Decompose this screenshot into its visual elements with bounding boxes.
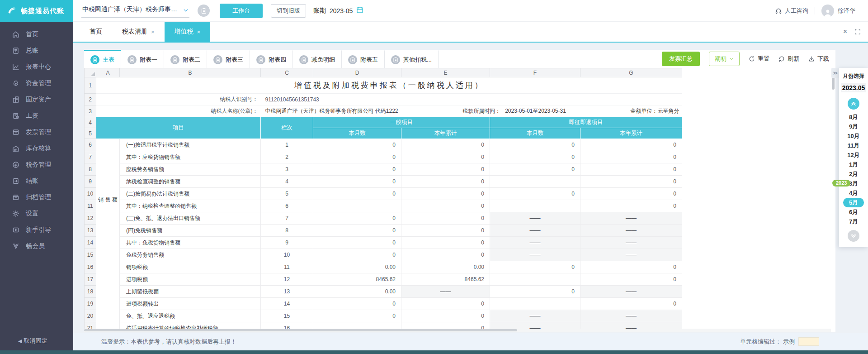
subtab-schedule-4[interactable]: 附表四	[250, 50, 293, 68]
sheet-row: 16 销项税额 11 0.00 0.00 0 0	[85, 261, 682, 273]
scroll-months-up-button[interactable]	[848, 98, 859, 110]
taxpayer-id-label: 纳税人识别号：	[120, 94, 261, 105]
sidebar-item-invoices[interactable]: 发票管理	[0, 124, 73, 140]
reset-button[interactable]: 重置	[749, 55, 769, 63]
taxpayer-id-value[interactable]: 911201045661351743	[261, 94, 682, 105]
tab-tax-register[interactable]: 税表清册 ×	[112, 22, 165, 42]
subtab-main-form[interactable]: 主表	[84, 50, 121, 68]
page-tabs: 首页 税表清册 × 增值税 × ×	[73, 22, 868, 43]
subtab-schedule-1[interactable]: 附表一	[121, 50, 164, 68]
home-icon	[12, 30, 20, 38]
sidebar-item-inventory[interactable]: 库存核算	[0, 140, 73, 157]
subtab-schedule-5[interactable]: 附表五	[342, 50, 385, 68]
company-selector[interactable]: 中税网通广泽（天津）税务师事务所有...	[81, 4, 189, 18]
edited-cell-swatch	[798, 337, 819, 346]
sidebar-item-report-center[interactable]: 报表中心	[0, 59, 73, 75]
divider	[815, 7, 815, 14]
month-panel-title: 月份选择	[839, 68, 868, 80]
month-item[interactable]: 12月	[839, 150, 868, 160]
tab-home[interactable]: 首页	[80, 22, 112, 42]
amount-unit: 金额单位：元至角分	[630, 107, 679, 115]
subtab-other-deduction[interactable]: 其他扣税...	[385, 50, 439, 68]
month-item[interactable]: 1月	[839, 160, 868, 169]
refresh-button[interactable]: 刷新	[778, 55, 799, 63]
header-general-items: 一般项目	[313, 117, 490, 128]
month-item[interactable]: 11月	[839, 141, 868, 150]
accounting-period: 账期 2023-05	[313, 6, 363, 15]
username: 徐泽华	[838, 7, 855, 15]
header-refund-items: 即征即退项目	[490, 117, 682, 128]
switch-old-version-button[interactable]: 切到旧版	[271, 4, 306, 18]
edited-cell-legend: 单元格编辑过： 示例	[740, 337, 819, 346]
column-header-row: A B C D E F G	[85, 68, 682, 77]
support-button[interactable]: 人工咨询	[775, 7, 808, 15]
sidebar-item-settings[interactable]: 设置	[0, 206, 73, 222]
horizontal-scrollbar-thumb[interactable]	[84, 329, 517, 331]
col-header: D	[313, 68, 401, 77]
tab-vat[interactable]: 增值税 ×	[165, 22, 211, 42]
payroll-icon	[12, 112, 20, 120]
subtab-schedule-3[interactable]: 附表三	[207, 50, 250, 68]
invoice-summary-button[interactable]: 发票汇总	[662, 52, 700, 66]
subtab-schedule-2[interactable]: 附表二	[164, 50, 207, 68]
sidebar-item-payroll[interactable]: 工资	[0, 108, 73, 124]
double-chevron-up-icon	[850, 100, 857, 107]
sheet-row: 14 其中：免税货物销售额 9 0 0 —— ——	[85, 237, 682, 249]
content-area: 主表 附表一 附表二 附表三 附表四	[73, 43, 868, 333]
warehouse-icon	[12, 144, 20, 153]
unpin-sidebar-button[interactable]: ◀ 取消固定	[0, 337, 73, 345]
month-item[interactable]: 2月	[839, 169, 868, 179]
opening-balance-dropdown[interactable]: 期初	[709, 52, 740, 66]
workbench-button[interactable]: 工作台	[220, 4, 263, 18]
collapse-month-panel-handle[interactable]: ≫	[831, 68, 839, 78]
sidebar: 畅捷通易代账 首页 总账 报表中心 资金管理 固定资产	[0, 0, 73, 350]
sheet-row: 9 纳税检查调整的销售额 4 0 0 0	[85, 176, 682, 188]
calendar-icon[interactable]	[356, 6, 363, 15]
month-item-selected[interactable]: 5月	[843, 198, 864, 207]
taxpayer-name-label: 纳税人名称(公章)：	[120, 105, 261, 117]
month-item[interactable]: 8月	[839, 112, 868, 122]
sidebar-item-guide[interactable]: 新手引导	[0, 222, 73, 238]
tax-form-table: A B C D E F G 1 增值税及附加税费申报表（一般纳税人适用） 2	[84, 68, 682, 332]
close-icon[interactable]: ×	[151, 29, 155, 35]
gear-icon	[12, 210, 20, 218]
vat-form-panel: 主表 附表一 附表二 附表三 附表四	[84, 50, 835, 332]
clipboard-shortcut-button[interactable]	[198, 5, 210, 17]
month-item[interactable]: 10月	[839, 131, 868, 141]
close-icon[interactable]: ×	[197, 29, 201, 35]
table-header-row-1: 4 项目 栏次 一般项目 即征即退项目	[85, 117, 682, 128]
period-value[interactable]: 2023-05	[330, 7, 353, 14]
subtab-reduction-detail[interactable]: 减免明细	[293, 50, 342, 68]
user-menu[interactable]: 徐泽华	[821, 5, 855, 17]
close-panel-icon[interactable]: ×	[843, 28, 847, 36]
month-item[interactable]: 6月	[839, 207, 868, 217]
horizontal-scrollbar	[84, 329, 831, 332]
toolbar-actions: 发票汇总 期初 重置 刷新 下载	[662, 50, 835, 68]
sidebar-item-funds[interactable]: 资金管理	[0, 75, 73, 91]
download-button[interactable]: 下载	[808, 55, 829, 63]
sidebar-item-tax[interactable]: 税务管理	[0, 157, 73, 173]
tax-coin-icon	[12, 161, 20, 169]
col-header: F	[490, 68, 580, 77]
sidebar-item-member[interactable]: 畅会员	[0, 238, 73, 254]
month-item[interactable]: 7月	[839, 217, 868, 226]
scroll-months-down-button[interactable]	[848, 230, 859, 242]
header-col-no: 栏次	[261, 117, 313, 139]
sheet-row: 18 上期留抵税额 13 0.00 —— 0 ——	[85, 286, 682, 298]
month-item[interactable]: 4月	[839, 188, 868, 198]
month-item[interactable]: 9月	[839, 122, 868, 131]
taxpayer-name-value[interactable]: 中税网通广泽（天津）税务师事务所有限公司 代码1222	[265, 107, 398, 115]
sidebar-item-fixed-assets[interactable]: 固定资产	[0, 91, 73, 108]
fullscreen-icon[interactable]	[854, 29, 861, 35]
sidebar-item-home[interactable]: 首页	[0, 26, 73, 43]
col-header: A	[96, 68, 120, 77]
topbar: 中税网通广泽（天津）税务师事务所有... 工作台 切到旧版 账期 2023-05…	[73, 0, 868, 22]
header-item: 项目	[96, 117, 261, 139]
col-header: E	[401, 68, 490, 77]
double-chevron-down-icon	[850, 233, 857, 239]
sidebar-item-general-ledger[interactable]: 总账	[0, 43, 73, 59]
bottom-strip	[0, 350, 868, 354]
sidebar-item-archive[interactable]: 归档管理	[0, 189, 73, 206]
sidebar-item-closing[interactable]: 结账	[0, 173, 73, 189]
form-title: 增值税及附加税费申报表（一般纳税人适用）	[96, 77, 682, 94]
